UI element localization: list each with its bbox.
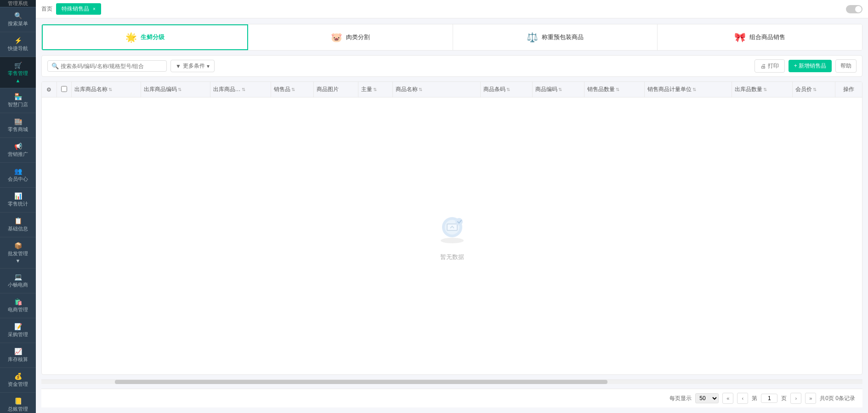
toolbar-left: 🔍 ▼ 更多条件 ▾	[47, 60, 215, 72]
sidebar-item-basic-info[interactable]: 📋 基础信息	[0, 212, 36, 237]
sidebar-item-small-shop[interactable]: 💻 小畅电商	[0, 269, 36, 293]
member-center-icon: 👥	[14, 167, 22, 175]
sidebar: 管理系统 🔍 搜索菜单 ⚡ 快捷导航 🛒 零售管理 ▲ 🏪 智慧门店 🏬 零售商…	[0, 0, 36, 413]
sidebar-item-retail-mgmt[interactable]: 🛒 零售管理 ▲	[0, 57, 36, 88]
sidebar-item-inventory[interactable]: 📈 库存核算	[0, 343, 36, 368]
sidebar-item-marketing[interactable]: 📢 营销推广	[0, 138, 36, 163]
tab-combo-sales[interactable]: 🎀 组合商品销售	[658, 24, 862, 50]
col-settings[interactable]: ⚙	[42, 82, 57, 98]
svg-point-5	[455, 218, 463, 225]
sidebar-item-search-menu[interactable]: 🔍 搜索菜单	[0, 7, 36, 32]
col-main-unit[interactable]: 主量 ⇅	[358, 82, 393, 98]
sidebar-item-smart-store[interactable]: 🏪 智慧门店	[0, 88, 36, 113]
tab-meat-cut-label: 肉类分割	[346, 33, 370, 41]
col-checkbox[interactable]	[57, 82, 71, 98]
sidebar-item-retail-stats[interactable]: 📊 零售统计	[0, 188, 36, 212]
sidebar-item-general-ledger[interactable]: 📒 总账管理	[0, 393, 36, 413]
first-page-button[interactable]: «	[722, 393, 733, 404]
per-page-select[interactable]: 50 10 20 100	[695, 393, 719, 403]
col-sales-qty-label: 销售品数量	[587, 86, 615, 93]
new-product-button[interactable]: + 新增销售品	[789, 60, 832, 72]
search-box[interactable]: 🔍	[47, 60, 167, 72]
sidebar-item-finance[interactable]: 💰 资金管理	[0, 368, 36, 393]
scale-prepack-icon: ⚖️	[527, 32, 538, 43]
col-sales-qty[interactable]: 销售品数量 ⇅	[584, 82, 645, 98]
sort-icon: ⇅	[178, 87, 182, 92]
empty-illustration	[434, 211, 471, 247]
col-out-product-code-label: 出库商品编码	[144, 86, 177, 93]
inventory-icon: 📈	[14, 348, 22, 355]
sidebar-item-purchase-mgmt[interactable]: 📝 采购管理	[0, 318, 36, 343]
sidebar-item-ecommerce-mgmt[interactable]: 🛍️ 电商管理	[0, 293, 36, 318]
tab-fresh-grade[interactable]: 🌟 生鲜分级	[42, 24, 248, 50]
sidebar-item-label: 零售商城	[8, 126, 28, 133]
sidebar-item-label: 零售统计	[8, 201, 28, 207]
page-content: 🌟 生鲜分级 🐷 肉类分割 ⚖️ 称重预包装商品 🎀 组合商品销售 🔍	[36, 18, 868, 413]
tab-meat-cut[interactable]: 🐷 肉类分割	[248, 24, 453, 50]
col-out-qty[interactable]: 出库品数量 ⇅	[732, 82, 792, 98]
home-breadcrumb[interactable]: 首页	[41, 5, 52, 13]
main-content: 首页 特殊销售品 × 🌟 生鲜分级 🐷 肉类分割 ⚖️ 称重预包装商品	[36, 0, 868, 413]
page-number-input[interactable]	[761, 394, 777, 403]
prev-page-icon: ‹	[742, 396, 743, 401]
last-page-icon: »	[809, 396, 812, 401]
pagination-bar: 每页显示 50 10 20 100 « ‹ 第 页 › » 共0页 0条记录	[41, 389, 862, 407]
new-product-label: + 新增销售品	[794, 62, 826, 70]
sidebar-item-label: 资金管理	[8, 381, 28, 388]
sidebar-item-quick-nav[interactable]: ⚡ 快捷导航	[0, 32, 36, 57]
col-sales-unit-label: 销售商品计量单位	[647, 86, 692, 93]
sidebar-item-retail-mall[interactable]: 🏬 零售商城	[0, 113, 36, 138]
col-product-name-label: 商品名称	[396, 86, 418, 93]
horizontal-scrollbar[interactable]	[41, 379, 862, 384]
next-page-button[interactable]: ›	[790, 393, 801, 404]
col-member-price[interactable]: 会员价 ⇅	[792, 82, 835, 98]
select-all-checkbox[interactable]	[61, 86, 67, 92]
col-sales-product[interactable]: 销售品 ⇅	[271, 82, 314, 98]
topbar-right	[846, 5, 862, 13]
empty-state: 暂无数据	[42, 98, 862, 374]
tab-row: 🌟 生鲜分级 🐷 肉类分割 ⚖️ 称重预包装商品 🎀 组合商品销售	[41, 24, 862, 51]
expand-arrow-icon: ▼	[16, 258, 21, 264]
sort-icon: ⇅	[763, 87, 767, 92]
last-page-button[interactable]: »	[805, 393, 816, 404]
svg-point-0	[441, 238, 464, 243]
help-button[interactable]: 帮助	[835, 59, 857, 73]
col-product-barcode-label: 商品条码	[483, 86, 505, 93]
filter-label: 更多条件	[183, 62, 205, 70]
print-button[interactable]: 🖨 打印	[755, 59, 785, 73]
print-label: 打印	[768, 62, 779, 70]
purchase-mgmt-icon: 📝	[14, 323, 22, 330]
tab-scale-prepack[interactable]: ⚖️ 称重预包装商品	[453, 24, 658, 50]
sidebar-item-wholesale-mgmt[interactable]: 📦 批发管理 ▼	[0, 237, 36, 269]
expand-arrow-icon: ▲	[16, 78, 21, 83]
tab-scale-prepack-label: 称重预包装商品	[542, 33, 584, 41]
sort-icon: ⇅	[813, 87, 817, 92]
sidebar-item-member-center[interactable]: 👥 会员中心	[0, 163, 36, 188]
marketing-icon: 📢	[14, 143, 22, 150]
col-out-product-x[interactable]: 出库商品… ⇅	[210, 82, 271, 98]
col-operation-label: 操作	[843, 86, 854, 92]
sidebar-item-label: 会员中心	[8, 176, 28, 183]
active-tab[interactable]: 特殊销售品 ×	[56, 3, 101, 15]
sort-icon: ⇅	[419, 87, 422, 92]
col-out-product-name[interactable]: 出库商品名称 ⇅	[71, 82, 141, 98]
retail-stats-icon: 📊	[14, 192, 22, 200]
theme-toggle[interactable]	[846, 5, 862, 13]
col-product-image[interactable]: 商品图片	[314, 82, 358, 98]
sidebar-item-label: 库存核算	[8, 356, 28, 363]
ecommerce-mgmt-icon: 🛍️	[14, 298, 22, 305]
col-product-code[interactable]: 商品编码 ⇅	[532, 82, 584, 98]
col-out-product-code[interactable]: 出库商品编码 ⇅	[141, 82, 210, 98]
close-tab-button[interactable]: ×	[93, 6, 96, 11]
col-sales-unit[interactable]: 销售商品计量单位 ⇅	[645, 82, 732, 98]
col-product-name[interactable]: 商品名称 ⇅	[393, 82, 481, 98]
sort-icon: ⇅	[291, 87, 295, 92]
print-icon: 🖨	[760, 63, 766, 69]
filter-button[interactable]: ▼ 更多条件 ▾	[170, 60, 215, 72]
page-label: 页	[781, 395, 787, 402]
search-input[interactable]	[61, 63, 163, 69]
col-product-barcode[interactable]: 商品条码 ⇅	[480, 82, 532, 98]
sidebar-logo: 管理系统	[0, 0, 36, 7]
search-menu-icon: 🔍	[14, 12, 22, 19]
prev-page-button[interactable]: ‹	[737, 393, 748, 404]
